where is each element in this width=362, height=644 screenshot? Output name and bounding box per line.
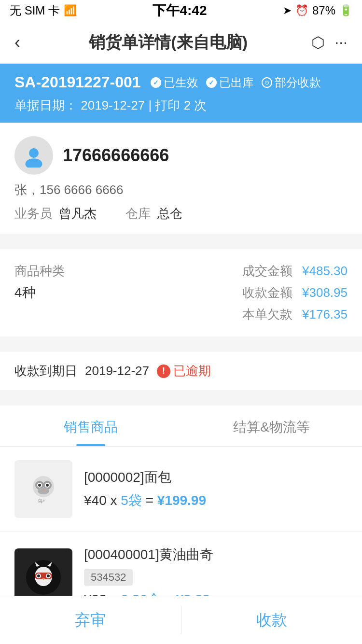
owed-value: ¥176.35	[302, 307, 348, 322]
svg-text:鸟+: 鸟+	[38, 498, 45, 504]
overdue-icon: !	[157, 364, 170, 378]
svg-point-18	[47, 574, 50, 577]
product-name-2: [000400001]黄油曲奇	[84, 546, 348, 564]
battery-icon: 🔋	[339, 4, 352, 17]
deal-amount-value: ¥485.30	[302, 264, 348, 279]
product-info-1: [0000002]面包 ¥40 x 5袋 = ¥199.99	[84, 468, 348, 510]
print-count: 2	[184, 98, 191, 112]
separator-1	[0, 241, 362, 249]
badge-effective: ✓ 已生效	[151, 75, 198, 90]
customer-row: 17666666666	[14, 136, 348, 175]
avatar	[14, 136, 53, 175]
abandon-review-button[interactable]: 弃审	[0, 596, 181, 644]
carrier-text: 无 SIM 卡	[10, 3, 60, 18]
badge-effective-text: 已生效	[164, 75, 198, 90]
tabs-row: 销售商品 结算&物流等	[0, 406, 362, 447]
product-name-1: [0000002]面包	[84, 468, 348, 487]
order-header-top: SA-20191227-001 ✓ 已生效 ✓ 已出库 ⊙ 部分收款	[14, 73, 348, 91]
received-label: 收款金额	[242, 284, 292, 301]
date-label: 单据日期：	[14, 98, 77, 112]
print-label: 打印	[155, 98, 180, 112]
page-title: 销货单详情(来自电脑)	[25, 31, 311, 54]
salesperson-meta: 业务员 曾凡杰	[14, 205, 97, 222]
svg-point-17	[37, 574, 40, 577]
order-badges: ✓ 已生效 ✓ 已出库 ⊙ 部分收款	[151, 75, 321, 90]
svg-point-1	[26, 158, 42, 168]
category-count: 4种	[14, 283, 65, 302]
status-time: 下午4:42	[153, 1, 207, 20]
payment-due-label: 收款到期日	[14, 363, 77, 379]
location-icon: ➤	[283, 4, 292, 17]
salesperson-value: 曾凡杰	[59, 205, 97, 222]
badge-shipped: ✓ 已出库	[206, 75, 254, 90]
payment-due-section: 收款到期日 2019-12-27 ! 已逾期	[0, 352, 362, 390]
warehouse-meta: 仓库 总仓	[125, 205, 182, 222]
tabs-section: 销售商品 结算&物流等	[0, 406, 362, 447]
overdue-text: 已逾期	[173, 363, 211, 379]
deal-amount-label: 成交金额	[242, 263, 292, 280]
customer-section: 17666666666 张，156 6666 6666 业务员 曾凡杰 仓库 总…	[0, 123, 362, 234]
svg-point-7	[38, 484, 41, 487]
price-total-1: ¥199.99	[157, 493, 206, 508]
back-button[interactable]: ‹	[14, 28, 25, 57]
tab-products[interactable]: 销售商品	[0, 406, 181, 446]
price-x-1: x	[111, 493, 121, 508]
received-value: ¥308.95	[302, 285, 348, 300]
overdue-badge: ! 已逾期	[157, 363, 211, 379]
print-suffix: 次	[194, 98, 207, 112]
badge-shipped-text: 已出库	[219, 75, 254, 90]
deal-amount-row: 成交金额 ¥485.30	[242, 263, 348, 280]
separator-3	[0, 398, 362, 406]
alarm-icon: ⏰	[295, 4, 308, 17]
order-date-value: 2019-12-27	[81, 98, 145, 112]
nav-right-actions: ⬡ ···	[311, 33, 348, 52]
warehouse-value: 总仓	[157, 205, 182, 222]
list-item: 鸟+ [0000002]面包 ¥40 x 5袋 = ¥199.99	[0, 447, 362, 532]
order-id: SA-20191227-001	[14, 73, 141, 91]
warehouse-label: 仓库	[125, 205, 151, 222]
status-left: 无 SIM 卡 📶	[10, 3, 77, 18]
tab-settlement[interactable]: 结算&物流等	[181, 406, 362, 446]
wifi-icon: 📶	[64, 4, 77, 17]
payment-button[interactable]: 收款	[181, 596, 362, 644]
price-unit-1: ¥40	[84, 493, 107, 508]
badge-partial: ⊙ 部分收款	[262, 75, 321, 90]
category-label: 商品种类	[14, 263, 65, 280]
badge-partial-text: 部分收款	[275, 75, 321, 90]
owed-row: 本单欠款 ¥176.35	[242, 306, 348, 323]
received-row: 收款金额 ¥308.95	[242, 284, 348, 301]
price-eq-1: =	[146, 493, 157, 508]
check-icon-2: ✓	[206, 77, 217, 88]
check-icon-1: ✓	[151, 77, 161, 88]
svg-point-9	[38, 488, 49, 494]
summary-right: 成交金额 ¥485.30 收款金额 ¥308.95 本单欠款 ¥176.35	[242, 263, 348, 323]
tab-settlement-label: 结算&物流等	[233, 420, 310, 434]
status-bar: 无 SIM 卡 📶 下午4:42 ➤ ⏰ 87% 🔋	[0, 0, 362, 21]
more-icon[interactable]: ···	[334, 33, 348, 51]
owed-label: 本单欠款	[242, 306, 292, 323]
clock-icon: ⊙	[262, 77, 272, 88]
battery-text: 87%	[312, 4, 335, 17]
product-price-1: ¥40 x 5袋 = ¥199.99	[84, 491, 348, 510]
tab-products-label: 销售商品	[64, 420, 118, 434]
customer-name: 17666666666	[63, 145, 169, 166]
salesperson-label: 业务员	[14, 205, 52, 222]
product-batch-2: 534532	[84, 569, 133, 586]
svg-point-8	[46, 484, 49, 487]
nav-bar: ‹ 销货单详情(来自电脑) ⬡ ···	[0, 21, 362, 64]
share-icon[interactable]: ⬡	[311, 33, 325, 52]
price-qty-1: 5袋	[121, 493, 142, 508]
print-separator: |	[148, 98, 155, 112]
customer-sub: 张，156 6666 6666	[14, 182, 348, 198]
svg-point-0	[29, 148, 39, 158]
bottom-bar: 弃审 收款	[0, 596, 362, 644]
summary-left: 商品种类 4种	[14, 263, 65, 323]
product-thumb-1: 鸟+	[14, 460, 72, 518]
status-right: ➤ ⏰ 87% 🔋	[283, 4, 352, 17]
order-header-band: SA-20191227-001 ✓ 已生效 ✓ 已出库 ⊙ 部分收款 单据日期：…	[0, 64, 362, 123]
separator-2	[0, 344, 362, 352]
customer-meta: 业务员 曾凡杰 仓库 总仓	[14, 205, 348, 222]
payment-due-date: 2019-12-27	[85, 364, 149, 378]
order-date-row: 单据日期： 2019-12-27 | 打印 2 次	[14, 97, 348, 114]
summary-section: 商品种类 4种 成交金额 ¥485.30 收款金额 ¥308.95 本单欠款 ¥…	[0, 249, 362, 336]
